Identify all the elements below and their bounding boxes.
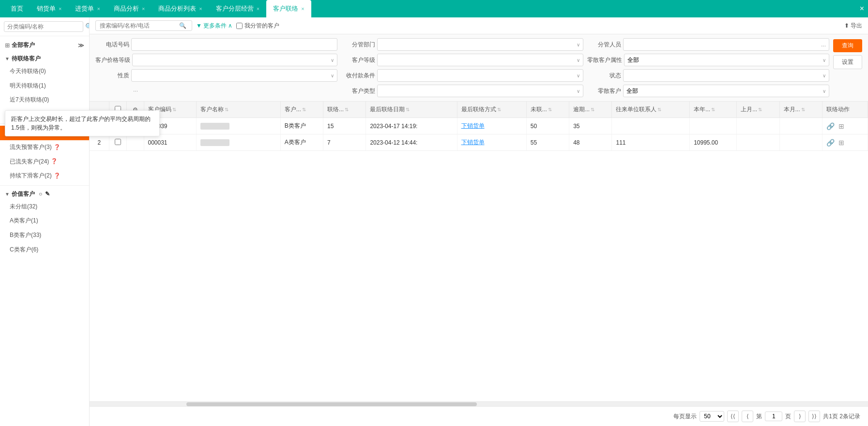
- close-customer-contact-icon[interactable]: ×: [301, 0, 304, 17]
- th-name: 客户名称 ⇅: [197, 102, 281, 118]
- nav-product-analysis[interactable]: 商品分析 ×: [107, 0, 152, 17]
- triangle-icon2: ▼: [5, 191, 10, 197]
- cell-code-2: 000031: [144, 134, 197, 151]
- nature-select[interactable]: ∨: [131, 69, 337, 82]
- sidebar-search-input[interactable]: [4, 21, 83, 32]
- sidebar-item-class-b[interactable]: B类客户(33): [0, 228, 89, 243]
- sidebar-item-tomorrow[interactable]: 明天待联络(1): [0, 79, 89, 93]
- cell-check-2[interactable]: [109, 134, 126, 151]
- retail-attr-select[interactable]: 全部 ∨: [624, 54, 829, 66]
- sort-overdue-icon[interactable]: ⇅: [591, 107, 594, 112]
- sort-code-icon[interactable]: ⇅: [172, 107, 176, 112]
- sidebar: 🔍 ⊞ 全部客户 ≫ ▼ 待联络客户 今天待联络(0) 明天待联络(1): [0, 17, 90, 426]
- more-conditions-btn[interactable]: ▼ 更多条件 ∧: [196, 22, 232, 30]
- customer-type-select[interactable]: ∨: [377, 85, 583, 97]
- tooltip: 距客户上次交易时长，超过了此客户的平均交易周期的1.5倍，则视为异常。: [5, 110, 160, 136]
- close-product-analysis-icon[interactable]: ×: [142, 0, 145, 17]
- cell-no-contact-2: 55: [526, 134, 569, 151]
- export-button[interactable]: ⬆ 导出: [844, 22, 862, 30]
- horizontal-scrollbar[interactable]: [90, 401, 868, 406]
- sidebar-item-loss-warning[interactable]: 流失预警客户(3) ❓: [0, 140, 89, 155]
- nav-customer-contact[interactable]: 客户联络 ×: [266, 0, 311, 17]
- last-page-btn[interactable]: ⟩⟩: [808, 411, 820, 422]
- cell-action-1: 🔗 ⊞: [822, 118, 868, 134]
- table-row: 1 000039 B类客户: [90, 118, 868, 134]
- sidebar-item-ungroup[interactable]: 未分组(32): [0, 200, 89, 214]
- close-purchase-order-icon[interactable]: ×: [97, 0, 100, 17]
- link-action-icon-1[interactable]: 🔗: [826, 122, 835, 130]
- more-filter-dots[interactable]: ···: [131, 88, 140, 94]
- sidebar-item-7days[interactable]: 近7天待联络(0): [0, 93, 89, 107]
- sort-date-icon[interactable]: ⇅: [406, 107, 410, 112]
- nature-arrow: ∨: [331, 73, 334, 78]
- prev-page-btn[interactable]: ⟨: [742, 411, 753, 422]
- dept-arrow-icon: ∨: [577, 42, 580, 47]
- grid-action-icon-2[interactable]: ⊞: [838, 139, 844, 147]
- sort-this-month-icon[interactable]: ⇅: [801, 107, 805, 112]
- nav-home[interactable]: 首页: [4, 0, 30, 17]
- sort-person-icon[interactable]: ⇅: [657, 107, 661, 112]
- edit-icon[interactable]: ○: [39, 191, 42, 197]
- sort-method-icon[interactable]: ⇅: [497, 107, 501, 112]
- person-dots[interactable]: ...: [821, 41, 826, 48]
- customer-level-select[interactable]: ∨: [377, 54, 583, 66]
- sort-year-icon[interactable]: ⇅: [711, 107, 715, 112]
- price-level-select[interactable]: ∨: [132, 54, 337, 66]
- sort-no-contact-icon[interactable]: ⇅: [548, 107, 552, 112]
- sidebar-group-pending[interactable]: ▼ 待联络客户: [0, 52, 89, 64]
- window-close-button[interactable]: ×: [860, 4, 864, 13]
- next-page-btn[interactable]: ⟩: [794, 411, 806, 422]
- grid-action-icon-1[interactable]: ⊞: [838, 122, 844, 130]
- per-page-select[interactable]: 50 100 200: [700, 411, 724, 422]
- close-customer-tier-icon[interactable]: ×: [257, 0, 259, 17]
- sort-last-month-icon[interactable]: ⇅: [758, 107, 762, 112]
- nav-customer-tier[interactable]: 客户分层经营 ×: [209, 0, 266, 17]
- sort-contact-count-icon[interactable]: ⇅: [345, 107, 349, 112]
- chevron-up-icon: ∧: [228, 22, 232, 29]
- question-icon2: ❓: [54, 143, 61, 152]
- retail-customer-select[interactable]: 全部 ∨: [623, 85, 829, 97]
- sidebar-item-today[interactable]: 今天待联络(0): [0, 64, 89, 79]
- my-customers-checkbox-area[interactable]: 我分管的客户: [236, 22, 279, 30]
- sidebar-group-value[interactable]: ▼ 价值客户 ○ ✎: [0, 188, 89, 200]
- cell-year-2: 10995.00: [690, 134, 737, 151]
- settings-button[interactable]: 设置: [833, 55, 862, 69]
- person-input[interactable]: ...: [623, 38, 829, 51]
- th-type: 客户... ⇅: [280, 102, 323, 118]
- nav-sales-order[interactable]: 销货单 ×: [30, 0, 68, 17]
- sort-name-icon[interactable]: ⇅: [225, 107, 228, 112]
- customer-search-input[interactable]: [100, 22, 177, 29]
- my-customers-checkbox[interactable]: [236, 23, 243, 29]
- nav-product-analysis-list[interactable]: 商品分析列表 ×: [152, 0, 209, 17]
- sidebar-item-class-a[interactable]: A类客户(1): [0, 214, 89, 228]
- cell-contact-count-1: 15: [323, 118, 366, 134]
- cell-overdue-1: 35: [569, 118, 612, 134]
- close-sales-order-icon[interactable]: ×: [59, 0, 61, 17]
- filter-nature: 性质 ∨: [95, 69, 337, 82]
- first-page-btn[interactable]: ⟨⟨: [727, 411, 739, 422]
- triangle-icon: ▼: [5, 56, 10, 61]
- collapse-icon[interactable]: ≫: [78, 42, 84, 49]
- close-product-analysis-list-icon[interactable]: ×: [199, 0, 202, 17]
- payment-select[interactable]: ∨: [377, 69, 583, 82]
- status-select[interactable]: ∨: [623, 69, 829, 82]
- sidebar-item-lost[interactable]: 已流失客户(24) ❓: [0, 155, 89, 169]
- cell-last-month-2: [737, 134, 779, 151]
- row-checkbox-2[interactable]: [115, 139, 121, 145]
- sort-type-icon[interactable]: ⇅: [302, 107, 306, 112]
- grid-icon: ⊞: [5, 42, 10, 49]
- link-action-icon-2[interactable]: 🔗: [826, 139, 835, 147]
- page-number-input[interactable]: [765, 411, 782, 421]
- sidebar-search-icon[interactable]: 🔍: [85, 23, 90, 30]
- edit-icon2[interactable]: ✎: [45, 191, 50, 197]
- sidebar-all-customers[interactable]: ⊞ 全部客户 ≫: [0, 38, 89, 52]
- sidebar-item-declining[interactable]: 持续下滑客户(2) ❓: [0, 169, 89, 183]
- sidebar-item-class-c[interactable]: C类客户(6): [0, 243, 89, 257]
- phone-input[interactable]: [131, 38, 337, 51]
- th-this-year: 本年... ⇅: [690, 102, 737, 118]
- customer-search-icon[interactable]: 🔍: [179, 22, 186, 29]
- query-button[interactable]: 查询: [833, 39, 862, 52]
- dept-select[interactable]: ∨: [377, 38, 583, 51]
- scroll-thumb[interactable]: [186, 402, 477, 406]
- nav-purchase-order[interactable]: 进货单 ×: [68, 0, 107, 17]
